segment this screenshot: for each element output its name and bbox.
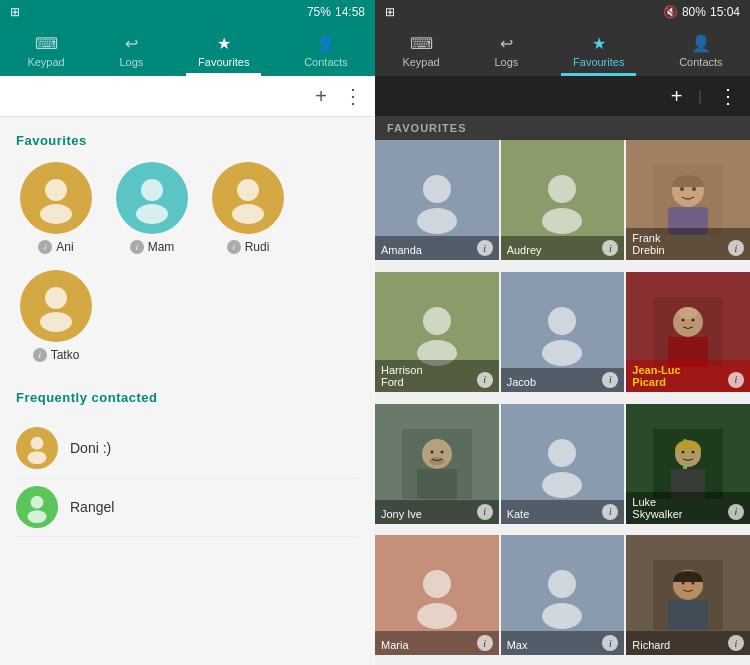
- contact-audrey[interactable]: Audrey i: [501, 140, 625, 260]
- right-toolbar: + | ⋮: [375, 76, 750, 116]
- picard-info[interactable]: i: [728, 372, 744, 388]
- right-tab-keypad-label: Keypad: [402, 56, 439, 68]
- left-tab-keypad-label: Keypad: [27, 56, 64, 68]
- svg-point-34: [430, 450, 433, 453]
- left-tab-logs-label: Logs: [119, 56, 143, 68]
- svg-rect-51: [668, 600, 708, 630]
- contact-jean-luc-picard[interactable]: Jean-Luc Picard i: [626, 272, 750, 392]
- left-tab-logs[interactable]: ↩ Logs: [107, 30, 155, 76]
- luke-name-bar: Luke Skywalker i: [626, 492, 750, 524]
- fav-mam-info[interactable]: i: [130, 240, 144, 254]
- person-svg: [28, 170, 84, 226]
- contact-jacob[interactable]: Jacob i: [501, 272, 625, 392]
- svg-point-29: [692, 318, 695, 321]
- svg-point-15: [542, 208, 582, 234]
- freq-doni[interactable]: Doni :): [16, 419, 359, 478]
- jony-info[interactable]: i: [477, 504, 493, 520]
- right-tab-keypad[interactable]: ⌨ Keypad: [390, 30, 451, 76]
- jony-name: Jony Ive: [381, 508, 422, 520]
- right-tab-contacts[interactable]: 👤 Contacts: [667, 30, 734, 76]
- right-more-button[interactable]: ⋮: [718, 84, 738, 108]
- luke-info[interactable]: i: [728, 504, 744, 520]
- svg-point-8: [31, 437, 44, 450]
- fav-mam[interactable]: i Mam: [112, 162, 192, 254]
- amanda-name-bar: Amanda i: [375, 236, 499, 260]
- person-svg: [220, 170, 276, 226]
- kate-avatar: [527, 429, 597, 499]
- contact-maria[interactable]: Maria i: [375, 535, 499, 655]
- frank-info[interactable]: i: [728, 240, 744, 256]
- fav-ani[interactable]: i Ani: [16, 162, 96, 254]
- contact-amanda[interactable]: Amanda i: [375, 140, 499, 260]
- fav-tatko-name: i Tatko: [33, 348, 80, 362]
- right-status-left: ⊞: [385, 5, 395, 19]
- right-favourites-icon: ★: [592, 34, 606, 53]
- svg-point-46: [417, 603, 457, 629]
- right-panel: ⊞ 🔇 80% 15:04 ⌨ Keypad ↩ Logs ★ Favourit…: [375, 0, 750, 665]
- audrey-info[interactable]: i: [602, 240, 618, 256]
- toolbar-divider: |: [698, 88, 702, 104]
- contact-harrison-ford[interactable]: Harrison Ford i: [375, 272, 499, 392]
- svg-point-6: [45, 287, 67, 309]
- keypad-icon: ⌨: [35, 34, 58, 53]
- jacob-avatar: [527, 297, 597, 367]
- contact-jony-ive[interactable]: Jony Ive i: [375, 404, 499, 524]
- right-keypad-icon: ⌨: [410, 34, 433, 53]
- svg-point-1: [40, 204, 72, 224]
- richard-info[interactable]: i: [728, 635, 744, 651]
- freq-rangel[interactable]: Rangel: [16, 478, 359, 537]
- left-status-left: ⊞: [10, 5, 20, 19]
- svg-point-21: [423, 307, 451, 335]
- right-contacts-icon: 👤: [691, 34, 711, 53]
- right-tab-logs-label: Logs: [494, 56, 518, 68]
- kate-info[interactable]: i: [602, 504, 618, 520]
- audrey-name-bar: Audrey i: [501, 236, 625, 260]
- favourites-icon: ★: [217, 34, 231, 53]
- jacob-name: Jacob: [507, 376, 536, 388]
- fav-ani-info[interactable]: i: [38, 240, 52, 254]
- person-svg-sm: [21, 491, 53, 523]
- right-status-right: 🔇 80% 15:04: [663, 5, 740, 19]
- contact-frank-drebin[interactable]: Frank Drebin i: [626, 140, 750, 260]
- freq-list: Doni :) Rangel: [16, 419, 359, 537]
- left-tab-favourites-label: Favourites: [198, 56, 249, 68]
- max-avatar: [527, 560, 597, 630]
- contacts-grid: Amanda i Audrey i: [375, 140, 750, 665]
- left-add-button[interactable]: +: [315, 85, 327, 108]
- left-more-button[interactable]: ⋮: [343, 84, 363, 108]
- maria-name-bar: Maria i: [375, 631, 499, 655]
- right-add-button[interactable]: +: [671, 85, 683, 108]
- fav-mam-avatar: [116, 162, 188, 234]
- right-tab-logs[interactable]: ↩ Logs: [482, 30, 530, 76]
- contact-max[interactable]: Max i: [501, 535, 625, 655]
- svg-point-0: [45, 179, 67, 201]
- left-grid-icon: ⊞: [10, 5, 20, 19]
- left-tab-keypad[interactable]: ⌨ Keypad: [15, 30, 76, 76]
- left-tab-contacts[interactable]: 👤 Contacts: [292, 30, 359, 76]
- max-info[interactable]: i: [602, 635, 618, 651]
- maria-info[interactable]: i: [477, 635, 493, 651]
- harrison-info[interactable]: i: [477, 372, 493, 388]
- contact-luke-skywalker[interactable]: Luke Skywalker i: [626, 404, 750, 524]
- person-svg-sm: [21, 432, 53, 464]
- svg-point-47: [548, 570, 576, 598]
- fav-tatko[interactable]: i Tatko: [16, 270, 96, 362]
- svg-point-2: [141, 179, 163, 201]
- svg-point-7: [40, 312, 72, 332]
- amanda-info[interactable]: i: [477, 240, 493, 256]
- right-nav-tabs: ⌨ Keypad ↩ Logs ★ Favourites 👤 Contacts: [375, 24, 750, 76]
- jacob-info[interactable]: i: [602, 372, 618, 388]
- audrey-name: Audrey: [507, 244, 542, 256]
- right-tab-favourites[interactable]: ★ Favourites: [561, 30, 636, 76]
- svg-point-36: [429, 457, 445, 465]
- richard-name: Richard: [632, 639, 670, 651]
- fav-rudi[interactable]: i Rudi: [208, 162, 288, 254]
- fav-tatko-info[interactable]: i: [33, 348, 47, 362]
- fav-rudi-info[interactable]: i: [227, 240, 241, 254]
- contact-richard[interactable]: Richard i: [626, 535, 750, 655]
- svg-point-14: [548, 175, 576, 203]
- contact-kate[interactable]: Kate i: [501, 404, 625, 524]
- favourites-section-title: Favourites: [16, 133, 359, 148]
- left-tab-favourites[interactable]: ★ Favourites: [186, 30, 261, 76]
- svg-point-9: [27, 451, 46, 464]
